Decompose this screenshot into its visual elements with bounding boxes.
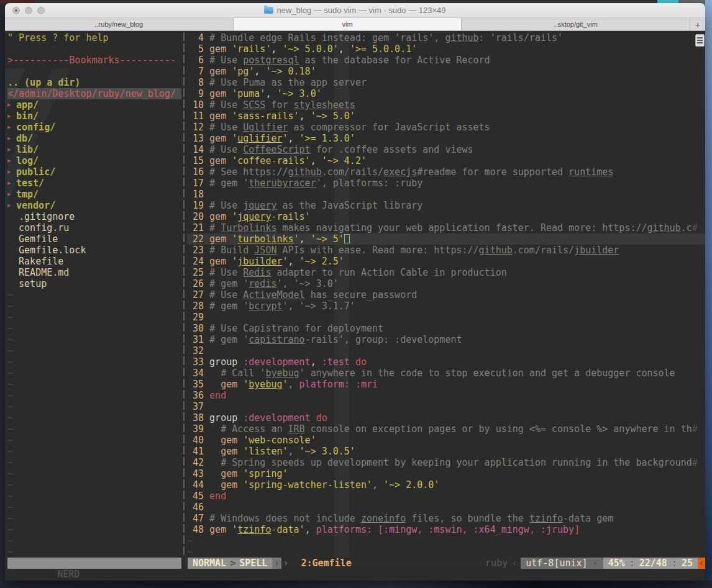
- code-line[interactable]: 44 gem 'spring-watcher-listen', '~> 2.0.…: [187, 479, 705, 491]
- tree-row[interactable]: [7, 43, 181, 55]
- tree-row[interactable]: [7, 66, 181, 77]
- code-line[interactable]: 6 # Use postgresql as the database for A…: [187, 55, 705, 66]
- code-line[interactable]: 36 end: [187, 390, 705, 401]
- tree-row[interactable]: ▸ app/: [7, 99, 181, 111]
- code-line[interactable]: 9 gem 'puma', '~> 3.0': [187, 88, 705, 99]
- expand-arrow-icon[interactable]: ▸: [7, 99, 16, 111]
- close-button[interactable]: [12, 7, 20, 14]
- tab-ruby-new-blog[interactable]: ..ruby/new_blog: [5, 18, 234, 30]
- tree-row[interactable]: " Press ? for help: [7, 32, 181, 43]
- tab-vim[interactable]: vim: [234, 18, 462, 30]
- code-line[interactable]: 29: [187, 312, 705, 323]
- code-line[interactable]: 26 # gem 'redis', '~> 3.0': [187, 278, 705, 289]
- code-line[interactable]: 42 # Spring speeds up development by kee…: [187, 457, 705, 468]
- tree-row[interactable]: .gitignore: [7, 211, 181, 222]
- window-split-separator[interactable]: [181, 32, 187, 558]
- code-line[interactable]: 18: [187, 189, 705, 200]
- expand-arrow-icon[interactable]: ▸: [7, 122, 16, 133]
- tree-row[interactable]: .. (up a dir): [7, 77, 181, 88]
- code-line[interactable]: 34 # Call 'byebug' anywhere in the code …: [187, 368, 705, 379]
- tree-row[interactable]: ▸ db/: [7, 133, 181, 144]
- empty-buffer-line: ~: [7, 312, 181, 323]
- expand-arrow-icon[interactable]: ▸: [7, 178, 16, 189]
- code-line[interactable]: 48 gem 'tzinfo-data', platforms: [:mingw…: [187, 524, 705, 535]
- code-line[interactable]: 22 gem 'turbolinks', '~> 5': [187, 233, 705, 245]
- tab-sktop-git-vim[interactable]: ..sktop/git_vim: [462, 18, 690, 30]
- tree-row[interactable]: >----------Bookmarks----------: [7, 55, 181, 66]
- code-line[interactable]: 16 # See https://github.com/rails/execjs…: [187, 166, 705, 178]
- code-line[interactable]: 23 # Build JSON APIs with ease. Read mor…: [187, 245, 705, 256]
- code-line[interactable]: 30 # Use Capistrano for deployment: [187, 323, 705, 334]
- code-line[interactable]: 47 # Windows does not include zoneinfo f…: [187, 513, 705, 524]
- tree-row[interactable]: ▸ public/: [7, 166, 181, 178]
- code-line[interactable]: 32: [187, 345, 705, 356]
- code-line[interactable]: 14 # Use CoffeeScript for .coffee assets…: [187, 144, 705, 155]
- code-line[interactable]: 31 # gem 'capistrano-rails', group: :dev…: [187, 334, 705, 345]
- tree-row[interactable]: README.md: [7, 267, 181, 278]
- code-line[interactable]: 27 # Use ActiveModel has_secure_password: [187, 289, 705, 301]
- code-line[interactable]: 25 # Use Redis adapter to run Action Cab…: [187, 267, 705, 278]
- expand-arrow-icon[interactable]: ▸: [7, 155, 16, 166]
- code-line[interactable]: 37: [187, 401, 705, 412]
- tree-row[interactable]: ▸ test/: [7, 178, 181, 189]
- expand-arrow-icon[interactable]: ▸: [7, 166, 16, 178]
- code-line[interactable]: 11 gem 'sass-rails', '~> 5.0': [187, 111, 705, 122]
- code-line[interactable]: 33 group :development, :test do: [187, 356, 705, 368]
- code-line[interactable]: 7 gem 'pg', '~> 0.18': [187, 66, 705, 77]
- mode-indicator: NORMAL > SPELL: [188, 558, 272, 569]
- code-line[interactable]: 10 # Use SCSS for stylesheets: [187, 99, 705, 111]
- code-line[interactable]: 13 gem 'uglifier', '>= 1.3.0': [187, 133, 705, 144]
- zoom-button[interactable]: [37, 7, 45, 14]
- encoding-indicator: utf-8[unix] ‹: [521, 558, 603, 569]
- line-number: 14: [187, 144, 204, 155]
- code-line[interactable]: 45 end: [187, 491, 705, 502]
- line-number: 20: [187, 211, 204, 222]
- code-line[interactable]: 41 gem 'listen', '~> 3.0.5': [187, 446, 705, 457]
- tree-row[interactable]: config.ru: [7, 222, 181, 233]
- tree-row[interactable]: ▸ config/: [7, 122, 181, 133]
- new-tab-button[interactable]: +: [690, 18, 705, 30]
- line-number: 24: [187, 256, 204, 267]
- tree-row[interactable]: Gemfile: [7, 233, 181, 245]
- tree-row[interactable]: </admin/Desktop/ruby/new_blog/: [7, 88, 181, 99]
- tree-row[interactable]: ▸ lib/: [7, 144, 181, 155]
- code-line[interactable]: 5 gem 'rails', '~> 5.0.0', '>= 5.0.0.1': [187, 43, 705, 55]
- code-line[interactable]: 43 gem 'spring': [187, 468, 705, 479]
- mode-separator: >: [226, 558, 239, 569]
- code-line[interactable]: 17 # gem 'therubyracer', platforms: :rub…: [187, 178, 705, 189]
- tree-row[interactable]: Rakefile: [7, 256, 181, 267]
- tree-row[interactable]: ▸ tmp/: [7, 189, 181, 200]
- code-line[interactable]: 40 gem 'web-console': [187, 435, 705, 446]
- code-line[interactable]: 8 # Use Puma as the app server: [187, 77, 705, 88]
- expand-arrow-icon[interactable]: ▸: [7, 111, 16, 122]
- expand-arrow-icon[interactable]: ▸: [7, 200, 16, 211]
- tree-row[interactable]: ▸ bin/: [7, 111, 181, 122]
- scrollback-widget[interactable]: [695, 34, 705, 47]
- minimize-button[interactable]: [25, 7, 32, 14]
- tree-row[interactable]: ▸ log/: [7, 155, 181, 166]
- code-line[interactable]: 4 # Bundle edge Rails instead: gem 'rail…: [187, 32, 705, 43]
- empty-buffer-line: ~: [7, 524, 181, 535]
- code-line[interactable]: 12 # Use Uglifier as compressor for Java…: [187, 122, 705, 133]
- scroll-percent: 45%: [608, 558, 625, 569]
- expand-arrow-icon[interactable]: ▸: [7, 189, 16, 200]
- code-line[interactable]: 39 # Access an IRB console on exception …: [187, 423, 705, 435]
- code-line[interactable]: 15 gem 'coffee-rails', '~> 4.2': [187, 155, 705, 166]
- tree-row[interactable]: setup: [7, 278, 181, 289]
- code-line[interactable]: 35 gem 'byebug', platform: :mri: [187, 379, 705, 390]
- code-line[interactable]: 19 # Use jquery as the JavaScript librar…: [187, 200, 705, 211]
- code-line[interactable]: 28 # gem 'bcrypt', '~> 3.1.7': [187, 301, 705, 312]
- line-number: 17: [187, 178, 204, 189]
- tree-row[interactable]: Gemfile.lock: [7, 245, 181, 256]
- code-line[interactable]: 20 gem 'jquery-rails': [187, 211, 705, 222]
- empty-buffer-line: ~: [7, 513, 181, 524]
- code-line[interactable]: 21 # Turbolinks makes navigating your we…: [187, 222, 705, 233]
- code-line[interactable]: 24 gem 'jbuilder', '~> 2.5': [187, 256, 705, 267]
- tree-row[interactable]: ▸ vendor/: [7, 200, 181, 211]
- window-titlebar[interactable]: new_blog — sudo vim — vim · sudo — 123×4…: [5, 3, 705, 18]
- expand-arrow-icon[interactable]: ▸: [7, 144, 16, 155]
- empty-buffer-line: ~: [7, 535, 181, 546]
- code-line[interactable]: 46: [187, 502, 705, 513]
- code-line[interactable]: 38 group :development do: [187, 412, 705, 423]
- expand-arrow-icon[interactable]: ▸: [7, 133, 16, 144]
